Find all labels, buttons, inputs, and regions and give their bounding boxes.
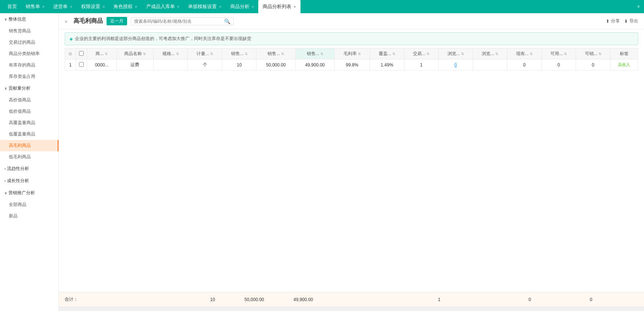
sidebar-group-contribution[interactable]: ∨ 贡献量分析: [0, 82, 58, 94]
row-name: 运费: [116, 59, 153, 70]
search-box: 🔍: [131, 17, 234, 25]
sort-icon: ⇅: [358, 52, 361, 56]
row-transactions: 1: [404, 59, 438, 70]
th-spec[interactable]: 规格... ⇅: [153, 48, 187, 59]
th-settings[interactable]: ⚙: [65, 48, 76, 59]
sidebar-item-traded-goods[interactable]: 交易过的商品: [0, 37, 58, 48]
sidebar-item-category-sales-rate[interactable]: 商品分类助销率: [0, 48, 58, 59]
sort-icon: ⇅: [564, 52, 567, 56]
sidebar-group-marketing[interactable]: ∨ 营销推广分析: [0, 187, 58, 199]
close-icon[interactable]: ×: [102, 4, 105, 9]
th-sales1[interactable]: 销售... ⇅: [222, 48, 256, 59]
top-navigation: 首页 销售单 × 进货单 × 权限设置 × 角色授权 × 产成品入库单 × 单据…: [0, 0, 644, 13]
nav-product-analysis-list[interactable]: 商品分析列表 ×: [258, 0, 300, 13]
row-sales2: 50,000.00: [256, 59, 295, 70]
sort-icon: ⇅: [245, 52, 248, 56]
sort-icon: ⇅: [176, 52, 179, 56]
window-close-btn[interactable]: ×: [636, 4, 641, 9]
row-spec: [153, 59, 187, 70]
sidebar-item-in-stock-goods[interactable]: 有库存的商品: [0, 59, 58, 71]
filter-recent-month-btn[interactable]: 近一月: [107, 17, 127, 25]
sort-icon: ⇅: [598, 52, 601, 56]
nav-product-analysis[interactable]: 商品分析 ×: [226, 0, 258, 13]
share-btn[interactable]: ⬆ 分享: [606, 18, 620, 24]
info-icon: ◈: [69, 36, 73, 41]
th-transactions[interactable]: 交易... ⇅: [404, 48, 438, 59]
nav-template-settings[interactable]: 单据模板设置 ×: [184, 0, 226, 13]
th-sales2[interactable]: 销售... ⇅: [256, 48, 295, 59]
sort-icon: ⇅: [281, 52, 284, 56]
content-header: « 高毛利商品 近一月 🔍 ⬆ 分享 ⬇ 导出: [59, 13, 644, 29]
th-unit[interactable]: 计量... ⇅: [188, 48, 222, 59]
horizontal-scrollbar[interactable]: [59, 307, 644, 311]
close-icon[interactable]: ×: [135, 4, 137, 9]
sidebar-item-low-coverage[interactable]: 低覆盖量商品: [0, 129, 58, 140]
row-coverage: 1.49%: [370, 59, 404, 70]
sidebar-item-low-value[interactable]: 低价值商品: [0, 106, 58, 117]
sidebar-item-high-coverage[interactable]: 高覆盖量商品: [0, 117, 58, 129]
search-input[interactable]: [134, 19, 224, 24]
sidebar-item-high-value[interactable]: 高价值商品: [0, 94, 58, 106]
th-sales3[interactable]: 销售... ⇅: [295, 48, 334, 59]
sidebar-item-sales-goods[interactable]: 销售货商品: [0, 25, 58, 37]
settings-icon[interactable]: ⚙: [68, 51, 72, 57]
share-icon: ⬆: [606, 19, 609, 24]
row-checkbox: [76, 59, 87, 70]
nav-home[interactable]: 首页: [3, 0, 21, 13]
sort-icon: ⇅: [143, 52, 146, 56]
row-unit: 个: [188, 59, 222, 70]
close-icon[interactable]: ×: [294, 4, 296, 9]
th-tag: 标签: [610, 48, 638, 59]
sort-icon: ⇅: [530, 52, 533, 56]
th-stock2[interactable]: 可用... ⇅: [542, 48, 576, 59]
th-browse1[interactable]: 浏览... ⇅: [439, 48, 473, 59]
nav-product-inbound[interactable]: 产成品入库单 ×: [142, 0, 184, 13]
sidebar-group-overall[interactable]: ∨ 整体信息: [0, 13, 58, 25]
collapse-arrow-icon: ›: [4, 179, 6, 183]
collapse-arrow-icon: ∨: [4, 191, 7, 195]
close-icon[interactable]: ×: [70, 4, 72, 9]
sidebar-item-high-margin[interactable]: 高毛利商品: [0, 140, 58, 151]
row-select-checkbox[interactable]: [79, 62, 84, 67]
info-banner: ◈ 企业的主要的利润都是这部分商品创造的，可考虑加大推广，同时关注库存是不要出现…: [65, 32, 638, 45]
close-icon[interactable]: ×: [177, 4, 179, 9]
th-gross-rate[interactable]: 毛利率 ⇅: [334, 48, 370, 59]
nav-purchase-order[interactable]: 进货单 ×: [49, 0, 76, 13]
sort-icon: ⇅: [210, 52, 213, 56]
sidebar-item-stock-capital[interactable]: 库存资金占用: [0, 71, 58, 82]
footer-totals: 合计： 10 50,000.00 49,900.00 1 0 0: [59, 292, 644, 307]
row-index: 1: [65, 59, 76, 70]
sort-icon: ⇅: [427, 52, 429, 56]
th-stock1[interactable]: 现有... ⇅: [507, 48, 542, 59]
row-code: 0000...: [87, 59, 117, 70]
nav-permissions[interactable]: 权限设置 ×: [77, 0, 109, 13]
row-sales3: 49,900.00: [295, 59, 334, 70]
row-browse1[interactable]: 0: [439, 59, 473, 70]
header-actions: ⬆ 分享 ⬇ 导出: [606, 18, 638, 24]
nav-role-auth[interactable]: 角色授权 ×: [109, 0, 141, 13]
sidebar-item-low-margin[interactable]: 低毛利商品: [0, 151, 58, 163]
th-stock3[interactable]: 可销... ⇅: [576, 48, 610, 59]
export-icon: ⬇: [624, 19, 628, 24]
th-name[interactable]: 商品名称 ⇅: [116, 48, 153, 59]
content-area: « 高毛利商品 近一月 🔍 ⬆ 分享 ⬇ 导出 ◈ 企业的主要: [59, 13, 644, 311]
table-container: ⚙ 商... ⇅ 商品名称: [59, 48, 644, 292]
export-btn[interactable]: ⬇ 导出: [624, 18, 638, 24]
sort-icon: ⇅: [105, 52, 108, 56]
close-icon[interactable]: ×: [42, 4, 44, 9]
search-icon[interactable]: 🔍: [224, 18, 230, 24]
sidebar-group-trend[interactable]: › 流趋性分析: [0, 163, 58, 175]
th-coverage[interactable]: 覆盖... ⇅: [370, 48, 404, 59]
close-icon[interactable]: ×: [219, 4, 221, 9]
sidebar-item-new-goods[interactable]: 新品: [0, 210, 58, 222]
sidebar-group-growth[interactable]: › 成长性分析: [0, 175, 58, 187]
sidebar-item-all-goods[interactable]: 全部商品: [0, 199, 58, 210]
th-code[interactable]: 商... ⇅: [87, 48, 117, 59]
nav-sales-order[interactable]: 销售单 ×: [21, 0, 49, 13]
sidebar-collapse-btn[interactable]: «: [65, 18, 68, 24]
table-row: 1 0000... 运费 个 10 50,000.00 49,900.00 99…: [65, 59, 638, 70]
th-browse2[interactable]: 浏览... ⇅: [473, 48, 507, 59]
select-all-checkbox[interactable]: [79, 51, 84, 56]
close-icon[interactable]: ×: [252, 4, 254, 9]
data-table: ⚙ 商... ⇅ 商品名称: [65, 48, 638, 70]
